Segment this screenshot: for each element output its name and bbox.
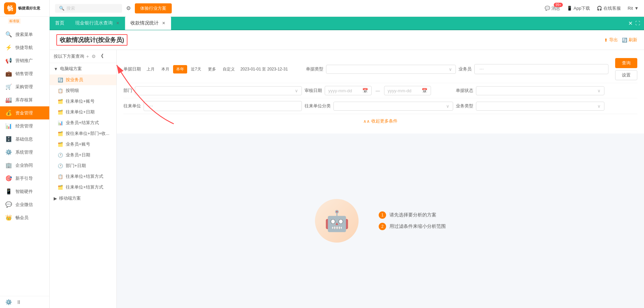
scheme-item-dept-date[interactable]: 🕐 部门+日期: [50, 160, 116, 171]
header-search-bar[interactable]: 🔍 搜索: [55, 4, 122, 13]
salesperson-select[interactable]: ···: [474, 64, 608, 74]
scheme-item-by-detail[interactable]: 📋 按明细: [50, 85, 116, 96]
gear-icon[interactable]: ⚙: [126, 5, 131, 11]
result-area: 🤖 1 请先选择要分析的方案 2 用过滤条件来缩小分析范围: [117, 134, 644, 308]
date-tab-this-year[interactable]: 本年: [173, 65, 187, 73]
sidebar-item-wechat[interactable]: 💬 企业微信: [0, 198, 49, 211]
sidebar: 畅 畅捷通好生意 标准版 🔍 搜索菜单 ⚡ 快捷导航 📢 营销推广 💼 销售管理…: [0, 0, 50, 308]
sidebar-bottom: ⚙️ ⏸: [0, 296, 49, 308]
empty-step-1: 1 请先选择要分析的方案: [379, 211, 436, 219]
scheme-header-icons: + ⚙ 《: [86, 53, 103, 59]
scheme-settings-button[interactable]: ⚙: [92, 54, 96, 59]
doc-type-select[interactable]: ∨: [326, 65, 456, 74]
sidebar-item-enterprise[interactable]: 🏢 企业协同: [0, 159, 49, 172]
sidebar-item-purchase[interactable]: 🛒 采购管理: [0, 80, 49, 93]
scheme-panel: 按以下方案查询 + ⚙ 《 ▼ 电脑端方案: [50, 50, 117, 308]
sidebar-item-label: 基础信息: [15, 136, 33, 142]
tab-bar: 首页 现金银行流水查询 ✕ 收款情况统计 ✕ ✕ ⛶: [50, 17, 644, 30]
collapse-more-conditions[interactable]: ∧∧ 收起更多条件: [123, 114, 637, 128]
partner-settle2-icon: 🗂️: [58, 185, 63, 190]
page-header: 收款情况统计(按业务员) ⬆ 导出 🔄 刷新: [50, 30, 644, 50]
scheme-item-salesperson-settle[interactable]: 📊 业务员+结算方式: [50, 117, 116, 128]
sidebar-item-label: 企业协同: [15, 162, 33, 168]
scheme-panel-title: 按以下方案查询: [54, 53, 84, 59]
app-download-label: App下载: [574, 5, 590, 11]
salesperson-more-icon[interactable]: ···: [478, 66, 485, 72]
sidebar-item-sales[interactable]: 💼 销售管理: [0, 67, 49, 80]
dept-chevron: ∨: [295, 88, 298, 93]
date-tab-more[interactable]: 更多: [205, 65, 219, 73]
sidebar-item-label: 搜索菜单: [15, 32, 33, 38]
partner-select[interactable]: ···: [144, 101, 302, 111]
export-icon: ⬆: [604, 38, 608, 43]
sidebar-item-quick-nav[interactable]: ⚡ 快捷导航: [0, 41, 49, 54]
scheme-add-button[interactable]: +: [86, 54, 89, 59]
scheme-item-partner-account[interactable]: 🗂️ 往来单位+账号: [50, 96, 116, 107]
chevron-right-icon: ▶: [54, 196, 57, 201]
calendar-from-icon: 📅: [362, 88, 368, 93]
sidebar-item-hardware[interactable]: 📱 智能硬件: [0, 185, 49, 198]
sidebar-item-member[interactable]: 👑 畅会员: [0, 211, 49, 224]
doc-type-label: 单据类型: [306, 66, 323, 72]
audit-date-to-input[interactable]: yyyy-mm-dd 📅: [384, 86, 431, 95]
export-button[interactable]: ⬆ 导出: [604, 37, 618, 43]
date-tab-this-month[interactable]: 本月: [158, 65, 172, 73]
scheme-item-salesperson-account[interactable]: 🗂️ 业务员+账号: [50, 139, 116, 150]
system-icon: ⚙️: [5, 149, 12, 155]
date-tab-last-month[interactable]: 上月: [144, 65, 158, 73]
sidebar-item-marketing[interactable]: 📢 营销推广: [0, 54, 49, 67]
sidebar-item-warehouse[interactable]: 🏭 库存核算: [0, 93, 49, 106]
date-tab-custom[interactable]: 自定义: [220, 65, 238, 73]
dept-select[interactable]: ∨: [135, 86, 302, 95]
scheme-item-partner-settle2[interactable]: 🗂️ 往来单位+结算方式: [50, 182, 116, 193]
message-icon: 💬: [545, 6, 550, 11]
scheme-group-mobile-title[interactable]: ▶ 移动端方案: [50, 193, 116, 204]
sidebar-item-guide[interactable]: 🎯 新手引导: [0, 172, 49, 185]
sidebar-item-finance[interactable]: 💰 资金管理: [0, 106, 49, 119]
search-menu-icon: 🔍: [5, 31, 12, 38]
filter-settings-button[interactable]: 设置: [615, 70, 637, 80]
sidebar-item-label: 营销推广: [15, 58, 33, 64]
date-tab-7days[interactable]: 近7天: [188, 65, 204, 73]
sidebar-item-operation[interactable]: 📊 经营管理: [0, 119, 49, 133]
tab-bank-flow[interactable]: 现金银行流水查询 ✕: [70, 16, 125, 30]
tab-home[interactable]: 首页: [50, 20, 70, 26]
tab-close-bank-flow[interactable]: ✕: [116, 21, 119, 25]
tab-close-window-icon[interactable]: ✕: [628, 20, 633, 27]
sidebar-item-basic[interactable]: 🗄️ 基础信息: [0, 133, 49, 146]
scheme-item-salesperson-date[interactable]: 🕐 业务员+日期: [50, 150, 116, 160]
marketing-icon: 📢: [5, 57, 12, 64]
settings-bottom-icon[interactable]: ⚙️: [5, 299, 12, 305]
partner-cat-select[interactable]: ∨: [333, 102, 453, 111]
message-button[interactable]: 💬 消息 99+: [545, 5, 560, 11]
doc-status-select[interactable]: ∨: [476, 86, 604, 95]
scheme-list: ▼ 电脑端方案 🔄 按业务员 📋 按明细 🗂️: [50, 63, 116, 308]
biz-type-select[interactable]: ∨: [476, 102, 604, 111]
query-button[interactable]: 查询: [615, 58, 637, 68]
sidebar-item-search-menu[interactable]: 🔍 搜索菜单: [0, 28, 49, 41]
tab-maximize-icon[interactable]: ⛶: [635, 20, 640, 26]
scheme-item-partner-dept[interactable]: 🗂️ 按往来单位+部门+收...: [50, 128, 116, 139]
sidebar-item-label: 企业微信: [15, 202, 33, 208]
user-avatar[interactable]: Rit ▼: [628, 6, 639, 11]
online-service-button[interactable]: 🎧 在线客服: [597, 5, 621, 11]
scheme-group-desktop-title[interactable]: ▼ 电脑端方案: [50, 63, 116, 74]
tab-collection-stat[interactable]: 收款情况统计 ✕: [125, 16, 171, 30]
collapse-sidebar-icon[interactable]: ⏸: [16, 299, 21, 305]
sidebar-item-system[interactable]: ⚙️ 系统管理: [0, 146, 49, 159]
solution-button[interactable]: 体验行业方案: [135, 3, 172, 13]
app-download-button[interactable]: 📱 App下载: [567, 5, 590, 11]
partner-account-icon: 🗂️: [58, 99, 63, 104]
scheme-item-partner-settle1[interactable]: 📋 往来单位+结算方式: [50, 171, 116, 182]
scheme-collapse-button[interactable]: 《: [99, 53, 103, 59]
scheme-item-by-salesperson[interactable]: 🔄 按业务员: [50, 74, 116, 85]
doc-status-label: 单据状态: [456, 88, 473, 94]
audit-date-from-input[interactable]: yyyy-mm-dd 📅: [325, 86, 372, 95]
sidebar-item-label: 畅会员: [15, 215, 29, 221]
refresh-button[interactable]: 🔄 刷新: [622, 37, 637, 43]
scheme-item-partner-date[interactable]: 🗂️ 往来单位+日期: [50, 107, 116, 117]
partner-more-icon[interactable]: ···: [147, 103, 154, 109]
tab-close-collection-stat[interactable]: ✕: [162, 21, 165, 25]
sidebar-item-label: 快捷导航: [15, 45, 33, 51]
wechat-icon: 💬: [5, 201, 12, 208]
